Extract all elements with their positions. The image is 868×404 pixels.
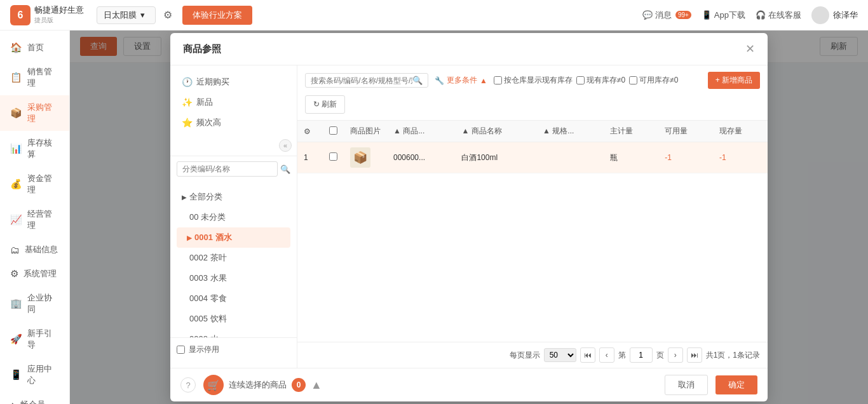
th-available: 可用量	[658, 121, 713, 142]
app-download-nav-item[interactable]: 📱 App下载	[702, 10, 745, 21]
checkbox-available-ne0[interactable]	[629, 76, 637, 84]
th-stock: 现存量	[713, 121, 768, 142]
checkbox-warehouse[interactable]	[494, 76, 502, 84]
message-label: 消息	[655, 10, 672, 21]
product-search-icon[interactable]: 🔍	[412, 76, 423, 85]
first-page-button[interactable]: ⏮	[580, 347, 595, 363]
row-num: 1	[297, 142, 323, 173]
sidebar-item-home[interactable]: 🏠 首页	[0, 36, 69, 60]
help-button[interactable]: ?	[180, 377, 196, 393]
checkbox-stock-ne0[interactable]	[576, 76, 585, 84]
th-name[interactable]: ▲ 商品名称	[455, 121, 536, 142]
store-selector[interactable]: 日太阳膜 ▾	[97, 6, 156, 24]
table-header-row: ⚙ 商品图片 ▲ 商品... ▲ 商品名称 ▲ 规格... 主计量 可用量 现	[297, 121, 768, 142]
sidebar-item-system[interactable]: ⚙ 系统管理	[0, 262, 69, 286]
row-unit: 瓶	[604, 142, 658, 173]
modal-body: 🕐 近期购买 ✨ 新品 ⭐ 频次高	[170, 65, 768, 368]
sidebar-item-sales[interactable]: 📋 销售管理	[0, 60, 69, 95]
table-row[interactable]: 1 📦 000600... 白酒100ml 瓶	[297, 142, 768, 173]
next-page-button[interactable]: ›	[668, 347, 683, 363]
corp-icon: 🏢	[10, 298, 22, 309]
sidebar-item-app-center[interactable]: 📱 应用中心	[0, 357, 69, 393]
category-item-drinks[interactable]: 0005 饮料	[177, 309, 290, 329]
prev-page-button[interactable]: ‹	[599, 347, 614, 363]
sidebar-item-member[interactable]: ♦ 畅会员	[0, 393, 69, 404]
modal-close-button[interactable]: ✕	[745, 42, 755, 56]
more-filter-button[interactable]: 🔧 更多条件 ▲	[435, 75, 487, 86]
th-settings[interactable]: ⚙	[297, 121, 323, 142]
member-icon: ♦	[10, 400, 15, 405]
page-size-select[interactable]: 50 20 100	[544, 348, 576, 362]
logo-name: 畅捷通好生意	[34, 5, 84, 16]
app-download-label: App下载	[714, 10, 745, 21]
refresh-table-button[interactable]: ↻ 刷新	[305, 95, 345, 114]
online-service-nav-item[interactable]: 🎧 在线客服	[756, 10, 801, 21]
product-search-input[interactable]	[311, 76, 412, 85]
sidebar-item-basic-info[interactable]: 🗂 基础信息	[0, 238, 69, 262]
filter-label: 更多条件	[447, 75, 477, 86]
category-item-fruit[interactable]: 0003 水果	[177, 268, 290, 288]
sidebar-item-operations[interactable]: 📈 经营管理	[0, 202, 69, 238]
row-spec	[536, 142, 604, 173]
left-panel: 🕐 近期购买 ✨ 新品 ⭐ 频次高	[170, 65, 297, 368]
checkbox-available-ne0-label[interactable]: 可用库存≠0	[629, 75, 678, 86]
sidebar-item-label-inventory: 库存核算	[27, 137, 59, 160]
message-icon: 💬	[642, 10, 653, 20]
category-item-uncategorized[interactable]: 00 未分类	[177, 207, 290, 227]
gear-icon[interactable]: ⚙	[163, 9, 172, 21]
select-all-checkbox[interactable]	[329, 126, 337, 135]
store-name: 日太阳膜	[104, 10, 137, 21]
user-avatar-area[interactable]: 徐泽华	[811, 6, 858, 24]
confirm-button[interactable]: 确定	[715, 375, 757, 394]
category-item-all[interactable]: ▶ 全部分类	[177, 187, 290, 207]
cart-label: 连续选择的商品	[229, 379, 287, 391]
th-code[interactable]: ▲ 商品...	[387, 121, 455, 142]
sidebar-item-label-home: 首页	[27, 42, 44, 53]
category-list: ▶ 全部分类 00 未分类 ▶ 0001 酒水 0002 茶	[170, 187, 297, 337]
page-label-2: 页	[656, 350, 664, 361]
basic-info-icon: 🗂	[10, 245, 20, 255]
category-label-tea: 0002 茶叶	[189, 252, 227, 264]
sidebar-item-label-sales: 销售管理	[27, 66, 59, 89]
show-disabled-checkbox[interactable]	[177, 346, 185, 354]
message-badge: 99+	[675, 11, 691, 19]
product-reference-modal: 商品参照 ✕ 🕐 近期购买 ✨	[170, 33, 768, 401]
last-page-button[interactable]: ⏭	[687, 347, 702, 363]
th-check[interactable]	[323, 121, 344, 142]
checkbox-warehouse-label[interactable]: 按仓库显示现有库存	[494, 75, 573, 86]
checkbox-stock-ne0-label[interactable]: 现有库存≠0	[576, 75, 625, 86]
main-content: 查询 设置 刷新 商品参照 ✕ 🕐	[70, 30, 868, 404]
quick-link-recent[interactable]: 🕐 近期购买	[177, 72, 290, 92]
category-search: 🔍	[170, 156, 297, 182]
sidebar-item-inventory[interactable]: 📊 库存核算	[0, 131, 69, 166]
category-search-input[interactable]	[177, 161, 278, 177]
quick-link-new[interactable]: ✨ 新品	[177, 92, 290, 112]
category-label-all: 全部分类	[189, 191, 222, 203]
category-search-icon[interactable]: 🔍	[280, 165, 290, 174]
checkbox-stock-ne0-text: 现有库存≠0	[587, 75, 625, 86]
add-product-button[interactable]: + 新增商品	[708, 72, 760, 89]
page-input[interactable]	[630, 347, 653, 363]
row-available: -1	[658, 142, 713, 173]
sidebar-item-purchase[interactable]: 📦 采购管理	[0, 95, 69, 131]
operations-icon: 📈	[10, 214, 22, 226]
cancel-button[interactable]: 取消	[665, 375, 708, 395]
sidebar-item-finance[interactable]: 💰 资金管理	[0, 166, 69, 202]
sidebar-item-guide[interactable]: 🚀 新手引导	[0, 321, 69, 357]
collapse-left-panel-button[interactable]: «	[279, 139, 292, 152]
row-checkbox[interactable]	[329, 152, 337, 161]
trial-button[interactable]: 体验行业方案	[182, 6, 252, 25]
category-item-water[interactable]: 0008 水	[177, 329, 290, 337]
collapse-cart-button[interactable]: ▲	[311, 379, 322, 392]
category-item-liquor[interactable]: ▶ 0001 酒水	[177, 227, 290, 248]
sidebar-item-corp[interactable]: 🏢 企业协同	[0, 286, 69, 321]
category-item-tea[interactable]: 0002 茶叶	[177, 248, 290, 268]
th-spec[interactable]: ▲ 规格...	[536, 121, 604, 142]
cart-icon[interactable]: 🛒	[203, 375, 224, 395]
message-nav-item[interactable]: 💬 消息 99+	[642, 10, 691, 21]
row-check[interactable]	[323, 142, 344, 173]
finance-icon: 💰	[10, 178, 22, 190]
quick-link-frequent[interactable]: ⭐ 频次高	[177, 112, 290, 133]
product-search-wrap: 🔍	[305, 73, 428, 88]
category-item-snacks[interactable]: 0004 零食	[177, 288, 290, 309]
